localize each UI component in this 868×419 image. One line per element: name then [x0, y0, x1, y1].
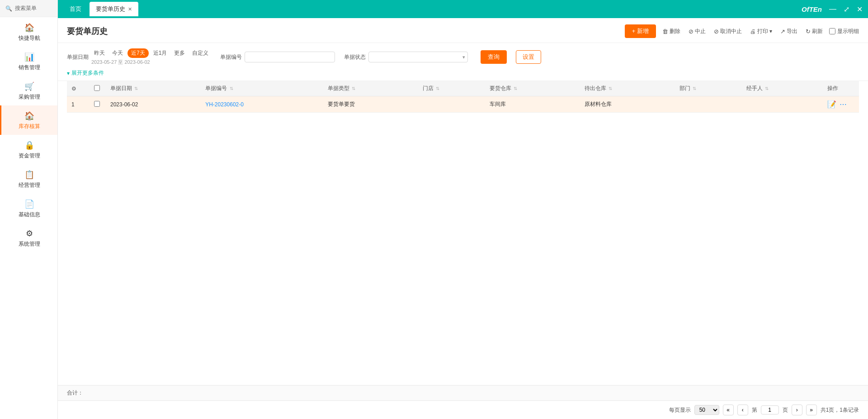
tab-requisition-history-label: 要货单历史 [96, 5, 125, 13]
refresh-button[interactable]: ↻ 刷新 [804, 28, 825, 35]
sidebar-item-label: 库存核算 [19, 123, 40, 130]
sidebar-search-label: 搜索菜单 [15, 5, 37, 12]
date-btn-yesterday[interactable]: 昨天 [91, 48, 108, 58]
filter-date: 单据日期 昨天 今天 近7天 近1月 更多 自定义 2023-05-27 至 2… [67, 48, 211, 66]
th-check [90, 81, 106, 96]
sort-department-icon: ⇅ [693, 86, 696, 91]
lock-icon: 🔒 [24, 140, 34, 150]
tab-requisition-history[interactable]: 要货单历史 ✕ [90, 2, 138, 16]
print-dropdown-icon: ▾ [769, 28, 772, 34]
cancel-suspend-button[interactable]: ⊘ 取消中止 [712, 28, 744, 35]
cart-icon: 🛒 [24, 81, 34, 91]
sidebar-search[interactable]: 🔍 搜索菜单 [0, 0, 57, 17]
cell-store [418, 96, 485, 113]
sidebar-item-label: 系统管理 [19, 240, 40, 248]
page-size-select[interactable]: 20 50 100 200 [694, 405, 719, 415]
summary-label: 合计： [67, 389, 83, 397]
next-page-button[interactable]: › [792, 405, 802, 415]
settings-icon[interactable]: ⚙ [71, 86, 76, 92]
sidebar-item-quick-nav[interactable]: 🏠 快捷导航 [0, 17, 57, 47]
date-btn-more[interactable]: 更多 [171, 48, 188, 58]
sidebar-item-label: 销售管理 [19, 64, 40, 71]
new-button[interactable]: + 新增 [625, 24, 656, 38]
cell-order-type: 要货单要货 [323, 96, 418, 113]
sidebar-item-label: 快捷导航 [19, 34, 40, 42]
delete-icon: 🗑 [662, 28, 668, 35]
sidebar-item-operations[interactable]: 📋 经营管理 [0, 164, 57, 194]
filter-status-wrapper [368, 52, 468, 62]
page-size-label: 每页显示 [669, 406, 691, 414]
filter-status-select[interactable] [368, 52, 468, 62]
sort-handler-icon: ⇅ [765, 86, 769, 91]
page-title: 要货单历史 [67, 26, 108, 37]
sidebar-item-purchase[interactable]: 🛒 采购管理 [0, 76, 57, 105]
setting-button[interactable]: 设置 [516, 50, 541, 64]
sidebar-item-finance[interactable]: 🔒 资金管理 [0, 135, 57, 164]
filter-date-label: 单据日期 [67, 53, 89, 61]
content-area: 要货单历史 + 新增 🗑 删除 ⊘ 中止 ⊘ 取消中止 🖨 打印 [58, 18, 868, 419]
home-icon: 🏠 [24, 23, 34, 33]
cancel-suspend-icon: ⊘ [714, 28, 719, 35]
prev-page-button[interactable]: ‹ [737, 405, 748, 415]
doc-icon: 📄 [24, 199, 34, 209]
chevron-down-icon: ▾ [67, 70, 70, 76]
date-btns: 昨天 今天 近7天 近1月 更多 自定义 [91, 48, 211, 58]
sidebar: 🔍 搜索菜单 🏠 快捷导航 📊 销售管理 🛒 采购管理 🏠 库存核算 🔒 资金管… [0, 0, 58, 419]
display-detail-checkbox[interactable] [829, 28, 835, 34]
sort-pending-warehouse-icon: ⇅ [609, 86, 612, 91]
edit-icon[interactable]: 📝 [827, 100, 836, 108]
first-page-button[interactable]: « [723, 405, 734, 415]
page-label: 第 [752, 406, 757, 414]
date-btn-1month[interactable]: 近1月 [151, 48, 170, 58]
th-order-type: 单据类型 ⇅ [323, 81, 418, 96]
delete-button[interactable]: 🗑 删除 [660, 28, 682, 35]
tab-home[interactable]: 首页 [63, 2, 88, 16]
export-button[interactable]: ↗ 导出 [778, 28, 799, 35]
select-all-checkbox[interactable] [94, 85, 100, 91]
search-icon: 🔍 [5, 5, 12, 12]
footer-summary: 合计： [58, 385, 868, 400]
sidebar-item-basic[interactable]: 📄 基础信息 [0, 194, 57, 223]
chart-icon: 📊 [24, 52, 34, 62]
page-header: 要货单历史 + 新增 🗑 删除 ⊘ 中止 ⊘ 取消中止 🖨 打印 [58, 18, 868, 43]
sidebar-item-label: 经营管理 [19, 181, 40, 189]
display-detail-toggle[interactable]: 显示明细 [829, 28, 859, 35]
table-header-row: ⚙ 单据日期 ⇅ 单据编号 ⇅ [67, 81, 859, 96]
table-body: 1 2023-06-02 YH-20230602-0 要货单要货 车间库 原材料… [67, 96, 859, 113]
last-page-button[interactable]: » [806, 405, 817, 415]
expand-label: 展开更多条件 [71, 69, 104, 77]
minimize-icon[interactable]: — [829, 5, 836, 13]
close-icon[interactable]: ✕ [857, 5, 863, 14]
th-pending-warehouse: 待出仓库 ⇅ [580, 81, 675, 96]
th-gear: ⚙ [67, 81, 90, 96]
filter-status: 单据状态 [344, 52, 468, 62]
date-btn-today[interactable]: 今天 [109, 48, 126, 58]
print-icon: 🖨 [750, 28, 756, 35]
filter-order-no-input[interactable] [245, 52, 335, 62]
sidebar-item-inventory[interactable]: 🏠 库存核算 [0, 105, 57, 135]
page-number-input[interactable] [761, 405, 779, 414]
date-btn-custom[interactable]: 自定义 [189, 48, 211, 58]
sort-date-icon: ⇅ [134, 86, 138, 91]
table-area: ⚙ 单据日期 ⇅ 单据编号 ⇅ [58, 81, 868, 385]
date-btn-7days[interactable]: 近7天 [127, 48, 149, 58]
query-button[interactable]: 查询 [481, 50, 507, 64]
expand-more-btn[interactable]: ▾ 展开更多条件 [67, 69, 859, 77]
pagination: 每页显示 20 50 100 200 « ‹ 第 页 › » 共1页，1条记录 [58, 400, 868, 419]
refresh-icon: ↻ [806, 28, 811, 35]
print-button[interactable]: 🖨 打印 ▾ [748, 28, 774, 35]
more-ops-icon[interactable]: ⋯ [840, 100, 847, 108]
suspend-button[interactable]: ⊘ 中止 [687, 28, 708, 35]
cell-check [90, 96, 106, 113]
data-table: ⚙ 单据日期 ⇅ 单据编号 ⇅ [67, 81, 859, 113]
row-checkbox[interactable] [94, 101, 100, 107]
tab-close-icon[interactable]: ✕ [128, 6, 132, 12]
cell-pending-warehouse: 原材料仓库 [580, 96, 675, 113]
filter-order-no-label: 单据编号 [220, 53, 242, 61]
maximize-icon[interactable]: ⤢ [844, 5, 849, 14]
sidebar-item-system[interactable]: ⚙ 系统管理 [0, 223, 57, 252]
sidebar-item-sales[interactable]: 📊 销售管理 [0, 47, 57, 76]
order-no-link[interactable]: YH-20230602-0 [205, 101, 244, 108]
cell-department [675, 96, 742, 113]
topbar-right: OfTEn — ⤢ ✕ [802, 5, 863, 14]
